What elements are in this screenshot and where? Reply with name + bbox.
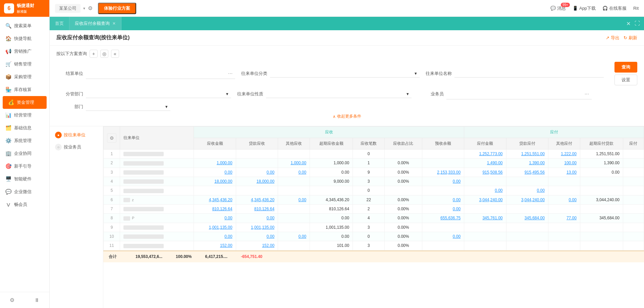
partner-nature-select[interactable]: ▾ [266, 90, 411, 98]
online-service-button[interactable]: 🎧 在线客服 [602, 5, 627, 11]
sidebar-item-hardware[interactable]: 🖥️智能硬件 [0, 173, 49, 185]
query-button[interactable]: 查询 [614, 62, 637, 73]
row-ar-loan [236, 159, 278, 168]
settlement-unit-input[interactable] [89, 70, 228, 77]
row-ap-amount: 915,508.56 [464, 168, 506, 177]
table-settings-icon[interactable]: ⚙ [107, 133, 116, 143]
settlement-unit-dots[interactable]: ··· [228, 71, 232, 77]
collapse-button[interactable]: ∧ 收起更多条件 [56, 111, 637, 122]
sidebar-item-quick-nav[interactable]: 🏠快捷导航 [0, 32, 49, 45]
promo-button[interactable]: 体验行业方案 [98, 3, 136, 14]
table-row: 8 P 0.00 0.00 0.00 4 0.00% 655,636.75 34… [104, 214, 644, 223]
salesperson-input[interactable] [449, 90, 585, 98]
sidebar-bottom: ⚙ ⏸ [0, 292, 49, 308]
refresh-button[interactable]: ↻ 刷新 [624, 35, 637, 41]
sidebar-item-basic-info[interactable]: 🗂️基础信息 [0, 122, 49, 134]
sidebar-item-guide[interactable]: 🎯新手引导 [0, 160, 49, 173]
sidebar-item-finance[interactable]: 💰资金管理 [3, 96, 47, 109]
finance-icon: 💰 [8, 99, 14, 105]
row-ar-ratio: 0.00% [385, 232, 422, 241]
partner-category-select[interactable]: ▾ [270, 70, 419, 78]
export-button[interactable]: ↗ 导出 [606, 35, 620, 41]
filter-add-button[interactable]: + [90, 50, 98, 58]
col-ar-超期应收金额: 超期应收金额 [310, 138, 353, 149]
header-company[interactable]: 某某公司 [55, 4, 80, 13]
purchase-icon: 📦 [5, 74, 11, 80]
query-btn-group: 查询 设置 [614, 62, 637, 85]
row-ap-other: 13.00 [548, 168, 580, 177]
row-num: 9 [104, 223, 120, 232]
setting-button[interactable]: 设置 [614, 75, 637, 85]
row-ap-other: 77.00 [548, 214, 580, 223]
tab-close-window-icon[interactable]: ✕ [626, 20, 631, 27]
by-partner-icon: ● [55, 132, 62, 138]
tab-close-icon[interactable]: ✕ [112, 21, 116, 26]
filter-label: 按以下方案查询 [56, 51, 87, 57]
row-ap-col [623, 159, 644, 168]
row-ap-other [548, 177, 580, 186]
row-ap-loan: 345,684.00 [506, 214, 548, 223]
row-num: 8 [104, 214, 120, 223]
footer-prepaid: 6,417,215.... [205, 254, 227, 259]
tab-expand-icon[interactable]: ⛶ [635, 20, 640, 27]
row-num: 10 [104, 232, 120, 241]
row-ap-amount [464, 241, 506, 250]
left-panel-by-salesperson[interactable]: ○ 按业务员 [50, 141, 103, 153]
row-prepaid: 0.00 [422, 204, 464, 213]
sidebar-collapse-icon[interactable]: ⏸ [32, 296, 42, 305]
sidebar-item-marketing[interactable]: 📢营销推广 [0, 45, 49, 58]
sidebar-item-purchase[interactable]: 📦采购管理 [0, 71, 49, 83]
tab-ar-ap[interactable]: 应收应付余额查询 ✕ [69, 17, 121, 30]
partner-category-label: 往来单位分类 [240, 71, 267, 77]
row-ar-count: 0 [353, 232, 385, 241]
partner-name-input[interactable] [454, 70, 604, 78]
row-ap-loan [506, 204, 548, 213]
sidebar-item-sales[interactable]: 🛒销售管理 [0, 58, 49, 71]
row-ap-col [623, 195, 644, 204]
sidebar-item-operations[interactable]: 📊经营管理 [0, 109, 49, 122]
row-ap-amount [464, 177, 506, 186]
by-partner-label: 按往来单位 [64, 132, 86, 138]
sidebar-item-inventory[interactable]: 🏪库存核算 [0, 83, 49, 96]
row-prepaid: 0.00 [422, 232, 464, 241]
row-ar-amount: 0.00 [194, 168, 236, 177]
row-ar-amount: 1,000.00 [194, 159, 236, 168]
data-table: ⚙ 往来单位 应收 应付 应收金额贷款应收其他应收超期应收金额应收笔数应收款占比… [103, 126, 644, 251]
sidebar-item-search-menu[interactable]: 🔍搜索菜单 [0, 19, 49, 32]
filter-edit-button[interactable]: ◎ [100, 50, 108, 58]
filter-back-button[interactable]: « [111, 50, 119, 58]
page-actions: ↗ 导出 ↻ 刷新 [606, 35, 637, 41]
sales-icon: 🛒 [5, 61, 11, 67]
table-row: 6 z 4,345,436.20 4,345,436.20 0.00 4,345… [104, 195, 644, 204]
row-ap-loan [506, 177, 548, 186]
marketing-icon: 📢 [5, 48, 11, 54]
left-panel-by-partner[interactable]: ● 按往来单位 [50, 129, 103, 141]
logo-version: 标准版 [17, 9, 34, 14]
table-row: 5 0 0.00 0.00 [104, 186, 644, 195]
row-partner [120, 186, 194, 195]
department-select[interactable]: ▾ [86, 103, 170, 111]
row-ar-count: 4 [353, 214, 385, 223]
row-ar-count: 3 [353, 177, 385, 186]
dept-mgr-select[interactable]: ▾ [86, 90, 231, 98]
sidebar-item-wechat[interactable]: 💬企业微信 [0, 185, 49, 198]
group-ap-header: 应付 [464, 127, 644, 138]
tab-home[interactable]: 首页 [50, 17, 69, 30]
row-ap-loan: 0.00 [506, 186, 548, 195]
app-download-button[interactable]: 📱 App下载 [573, 5, 596, 11]
row-ap-amount: 0.00 [464, 186, 506, 195]
message-button[interactable]: 💬 消息 99+ [550, 5, 566, 11]
sidebar-item-enterprise[interactable]: 🏢企业协同 [0, 147, 49, 160]
sidebar-item-system[interactable]: ⚙️系统管理 [0, 134, 49, 147]
settings-icon[interactable]: ⚙ [88, 5, 93, 11]
row-ap-amount: 1,490.00 [464, 159, 506, 168]
chevron-down-icon[interactable]: ▾ [83, 6, 85, 11]
sidebar-item-member[interactable]: V畅会员 [0, 198, 49, 211]
row-ap-amount [464, 223, 506, 232]
user-name[interactable]: Rit [633, 6, 639, 11]
salesperson-dots[interactable]: ··· [585, 91, 589, 97]
row-ar-overdue: 4,345,436.20 [310, 195, 353, 204]
filter-area: 按以下方案查询 + ◎ « 结算单位 ··· 往来单位分类 ▾ [50, 46, 644, 126]
table-row: 3 0.00 0.00 0.00 0.00 9 0.00% 2,153,333.… [104, 168, 644, 177]
sidebar-settings-icon[interactable]: ⚙ [7, 296, 17, 305]
